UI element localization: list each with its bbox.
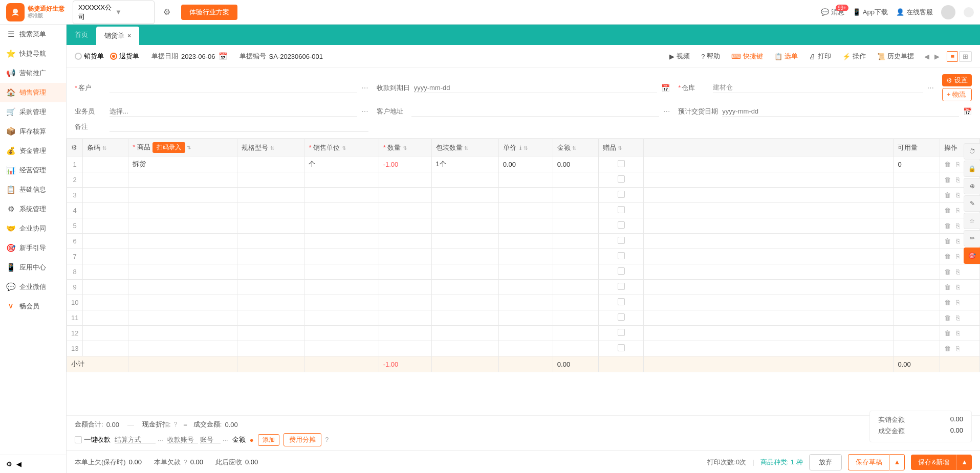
- row-gift-1[interactable]: [598, 172, 644, 188]
- th-price-sort[interactable]: ⇅: [524, 145, 528, 151]
- row-pkgqty-9[interactable]: [431, 295, 498, 310]
- row-copy-icon-11[interactable]: ⎘: [956, 329, 960, 337]
- row-qty-3[interactable]: [379, 203, 431, 218]
- discount-help-icon[interactable]: ?: [174, 421, 178, 428]
- th-barcode-sort[interactable]: ⇅: [102, 145, 106, 151]
- row-copy-icon-7[interactable]: ⎘: [956, 268, 960, 276]
- row-delete-icon-1[interactable]: 🗑: [944, 176, 951, 184]
- row-gift-10[interactable]: [598, 310, 644, 326]
- one-click-pay-checkbox[interactable]: [75, 436, 82, 443]
- row-barcode-11[interactable]: [83, 326, 128, 341]
- row-spec-3[interactable]: [237, 203, 304, 218]
- sidebar-item-biz[interactable]: 📊 经营管理: [0, 161, 66, 180]
- row-copy-icon-3[interactable]: ⎘: [956, 207, 960, 214]
- row-unit-1[interactable]: [304, 172, 379, 188]
- scan-btn[interactable]: 扫码录入: [153, 142, 185, 153]
- row-delete-icon-2[interactable]: 🗑: [944, 191, 951, 199]
- float-btn-7[interactable]: 🎯: [964, 247, 980, 264]
- row-copy-icon-2[interactable]: ⎘: [956, 191, 960, 199]
- expected-date-cal-icon[interactable]: 📅: [963, 107, 972, 116]
- row-barcode-0[interactable]: [83, 156, 128, 172]
- row-gift-8[interactable]: [598, 280, 644, 295]
- sidebar-item-system[interactable]: ⚙ 系统管理: [0, 199, 66, 219]
- row-product-0[interactable]: 拆货: [128, 156, 237, 172]
- sidebar-item-marketing[interactable]: 📢 营销推广: [0, 63, 66, 83]
- row-amount-8[interactable]: [553, 280, 598, 295]
- row-unit-9[interactable]: [304, 295, 379, 310]
- row-qty-8[interactable]: [379, 280, 431, 295]
- row-product-10[interactable]: [128, 310, 237, 326]
- row-pkgqty-8[interactable]: [431, 280, 498, 295]
- th-product-sort[interactable]: ⇅: [187, 145, 191, 150]
- print-btn[interactable]: 🖨 打印: [806, 50, 834, 62]
- row-delete-icon-0[interactable]: 🗑: [944, 161, 951, 168]
- row-product-11[interactable]: [128, 326, 237, 341]
- pay-method-more[interactable]: ···: [158, 436, 163, 444]
- row-delete-icon-9[interactable]: 🗑: [944, 299, 951, 306]
- th-qty-sort[interactable]: ⇅: [403, 145, 407, 151]
- row-delete-icon-11[interactable]: 🗑: [944, 329, 951, 337]
- row-qty-0[interactable]: -1.00: [379, 156, 431, 172]
- radio-return[interactable]: 退货单: [110, 52, 139, 61]
- row-barcode-5[interactable]: [83, 234, 128, 249]
- row-product-9[interactable]: [128, 295, 237, 310]
- video-btn[interactable]: ▶ 视频: [666, 50, 693, 62]
- row-amount-4[interactable]: [553, 218, 598, 234]
- sidebar-item-vip[interactable]: V 畅会员: [0, 297, 66, 316]
- row-qty-6[interactable]: [379, 249, 431, 264]
- sidebar-item-wechat[interactable]: 💬 企业微信: [0, 277, 66, 297]
- row-pkgqty-10[interactable]: [431, 310, 498, 326]
- row-pkgqty-11[interactable]: [431, 326, 498, 341]
- float-btn-5[interactable]: ☆: [964, 213, 980, 229]
- row-delete-icon-3[interactable]: 🗑: [944, 207, 951, 214]
- row-unit-8[interactable]: [304, 280, 379, 295]
- row-spec-5[interactable]: [237, 234, 304, 249]
- discard-btn[interactable]: 放弃: [809, 454, 842, 470]
- row-price-9[interactable]: [498, 295, 553, 310]
- history-btn[interactable]: 📜 历史单据: [874, 50, 917, 62]
- account-sub-input[interactable]: [200, 436, 221, 444]
- row-delete-icon-5[interactable]: 🗑: [944, 237, 951, 245]
- tab-close-icon[interactable]: ×: [127, 32, 131, 39]
- sidebar-item-guide[interactable]: 🎯 新手引导: [0, 238, 66, 258]
- row-spec-4[interactable]: [237, 218, 304, 234]
- th-gift-sort[interactable]: ⇅: [618, 145, 622, 151]
- row-copy-icon-12[interactable]: ⎘: [956, 345, 960, 352]
- row-unit-12[interactable]: [304, 341, 379, 356]
- radio-sale[interactable]: 销货单: [75, 52, 104, 61]
- row-spec-1[interactable]: [237, 172, 304, 188]
- row-product-8[interactable]: [128, 280, 237, 295]
- row-copy-icon-10[interactable]: ⎘: [956, 314, 960, 322]
- shortcut-btn[interactable]: ⌨ 快捷键: [728, 50, 766, 62]
- staff-more-icon[interactable]: ···: [361, 107, 368, 116]
- sidebar-item-stock[interactable]: 📦 库存核算: [0, 122, 66, 141]
- sidebar-item-enterprise[interactable]: 🤝 企业协同: [0, 219, 66, 238]
- sidebar-item-search-order[interactable]: ☰ 搜索菜单: [0, 25, 66, 44]
- row-barcode-6[interactable]: [83, 249, 128, 264]
- row-amount-0[interactable]: 0.00: [553, 156, 598, 172]
- row-product-3[interactable]: [128, 203, 237, 218]
- row-amount-9[interactable]: [553, 295, 598, 310]
- row-barcode-3[interactable]: [83, 203, 128, 218]
- row-price-11[interactable]: [498, 326, 553, 341]
- row-copy-icon-8[interactable]: ⎘: [956, 283, 960, 291]
- logistics-btn[interactable]: + 物流: [942, 88, 972, 101]
- row-product-5[interactable]: [128, 234, 237, 249]
- sidebar-item-shortcut[interactable]: ⭐ 快捷导航: [0, 44, 66, 63]
- float-btn-4[interactable]: ✎: [964, 195, 980, 212]
- row-amount-2[interactable]: [553, 188, 598, 203]
- row-gift-6[interactable]: [598, 249, 644, 264]
- row-unit-11[interactable]: [304, 326, 379, 341]
- row-delete-icon-4[interactable]: 🗑: [944, 222, 951, 230]
- row-copy-icon-5[interactable]: ⎘: [956, 237, 960, 245]
- row-qty-5[interactable]: [379, 234, 431, 249]
- sidebar-item-purchase[interactable]: 🛒 采购管理: [0, 102, 66, 122]
- row-price-7[interactable]: [498, 264, 553, 280]
- sidebar-item-fund[interactable]: 💰 资金管理: [0, 141, 66, 161]
- th-spec-sort[interactable]: ⇅: [270, 145, 274, 151]
- product-types[interactable]: 商品种类: 1 种: [760, 458, 803, 467]
- row-gift-9[interactable]: [598, 295, 644, 310]
- row-price-1[interactable]: [498, 172, 553, 188]
- tab-home[interactable]: 首页: [67, 25, 96, 45]
- row-delete-icon-6[interactable]: 🗑: [944, 253, 951, 260]
